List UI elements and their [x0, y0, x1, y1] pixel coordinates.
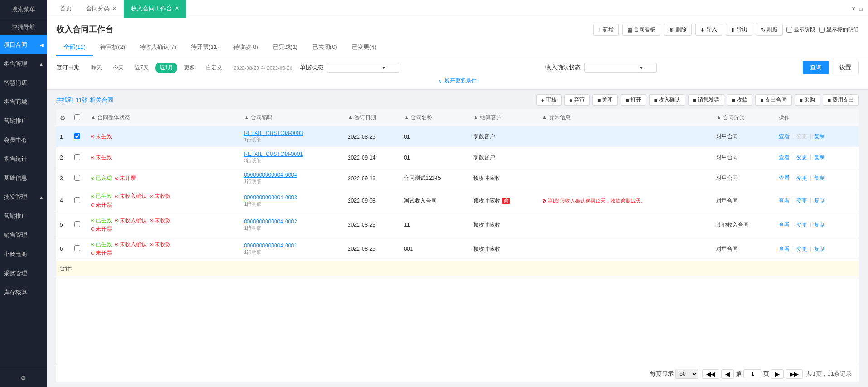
date-last7-btn[interactable]: 近7天 — [131, 63, 153, 73]
row-checkbox[interactable] — [74, 133, 80, 139]
sidebar-item-marketing2[interactable]: 营销推广 — [0, 207, 47, 226]
tab-close-income-workbench[interactable]: ✕ — [175, 5, 179, 11]
row-action-复制[interactable]: 复制 — [814, 133, 825, 140]
date-yesterday-btn[interactable]: 昨天 — [87, 63, 106, 73]
date-last1month-btn[interactable]: 近1月 — [155, 63, 178, 73]
import-button[interactable]: ⬇ 导入 — [695, 24, 722, 36]
status-tab-pending-payment[interactable]: 待收款(8) — [226, 39, 266, 56]
contract-code-link[interactable]: RETAIL_CUSTOM-0001 — [244, 151, 340, 157]
status-tab-all[interactable]: 全部(11) — [56, 39, 93, 56]
sidebar-item-ecommerce[interactable]: 小畅电商 — [0, 245, 47, 264]
query-button[interactable]: 查询 — [803, 61, 829, 74]
row-action-查看[interactable]: 查看 — [779, 154, 790, 161]
page-size-select[interactable]: 50 100 200 — [675, 369, 698, 379]
review-btn[interactable]: ● 审核 — [536, 94, 562, 106]
tab-close-contract-category[interactable]: ✕ — [112, 5, 116, 11]
delete-button[interactable]: 🗑 删除 — [664, 24, 692, 36]
close-window-btn[interactable]: ✕ — [851, 6, 856, 12]
tab-income-workbench[interactable]: 收入合同工作台 ✕ — [124, 0, 186, 18]
row-action-查看[interactable]: 查看 — [779, 197, 790, 205]
sidebar-item-purchase[interactable]: 采购管理 — [0, 264, 47, 283]
row-action-变更[interactable]: 变更 — [796, 197, 807, 205]
row-action-复制[interactable]: 复制 — [814, 221, 825, 229]
row-action-复制[interactable]: 复制 — [814, 154, 825, 161]
contract-code-link[interactable]: 0000000000004-0004 — [244, 172, 340, 178]
sidebar-item-basic-info[interactable]: 基础信息 — [0, 169, 47, 188]
next-page-btn[interactable]: ▶ — [771, 369, 784, 379]
page-number-input[interactable] — [743, 369, 761, 378]
sidebar-item-retail-mgmt[interactable]: 零售管理 ▲ — [0, 54, 47, 73]
settings-icon[interactable]: ⚙ — [60, 114, 66, 121]
dashboard-button[interactable]: ▦ 合同看板 — [622, 24, 660, 36]
contract-code-link[interactable]: RETAIL_CUSTOM-0003 — [244, 130, 340, 136]
tab-home[interactable]: 首页 — [53, 0, 79, 18]
payment-btn[interactable]: ■ 收款 — [727, 94, 752, 106]
prev-page-btn[interactable]: ◀ — [721, 369, 734, 379]
maximize-window-btn[interactable]: □ — [859, 6, 863, 12]
tab-contract-category[interactable]: 合同分类 ✕ — [79, 0, 124, 18]
col-settings[interactable]: ⚙ — [56, 109, 71, 126]
contract-code-link[interactable]: 0000000000004-0002 — [244, 218, 340, 225]
row-action-查看[interactable]: 查看 — [779, 221, 790, 229]
status-tab-pending-review[interactable]: 待审核(2) — [93, 39, 132, 56]
status-tab-pending-confirm[interactable]: 待收入确认(7) — [132, 39, 184, 56]
expense-pay-btn[interactable]: ■ 费用支出 — [823, 94, 859, 106]
add-button[interactable]: + 新增 — [593, 24, 619, 36]
contract-code-link[interactable]: 0000000000004-0003 — [244, 194, 340, 201]
row-action-复制[interactable]: 复制 — [814, 174, 825, 182]
row-checkbox[interactable] — [74, 154, 80, 160]
row-action-查看[interactable]: 查看 — [779, 245, 790, 253]
row-action-查看[interactable]: 查看 — [779, 174, 790, 182]
open-btn[interactable]: ■ 打开 — [621, 94, 646, 106]
sidebar-item-sales-mgmt[interactable]: 销售管理 — [0, 226, 47, 245]
select-all-checkbox[interactable] — [74, 114, 80, 120]
contract-code-link[interactable]: 0000000000004-0001 — [244, 242, 340, 249]
status-tab-pending-invoice[interactable]: 待开票(11) — [184, 39, 226, 56]
date-today-btn[interactable]: 今天 — [109, 63, 128, 73]
income-confirm-btn[interactable]: ■ 收入确认 — [649, 94, 685, 106]
purchase-btn[interactable]: ■ 采购 — [795, 94, 820, 106]
status-tab-changed[interactable]: 已变更(4) — [344, 39, 384, 56]
export-button[interactable]: ⬆ 导出 — [726, 24, 752, 36]
row-action-复制[interactable]: 复制 — [814, 245, 825, 253]
sidebar-item-smart-store[interactable]: 智慧门店 — [0, 73, 47, 92]
sidebar-search[interactable]: 搜索菜单 — [0, 0, 47, 19]
sidebar-item-project[interactable]: 项目合同 ◀ — [0, 35, 47, 54]
show-stages-check[interactable]: 显示阶段 — [786, 26, 815, 34]
sidebar-nav[interactable]: 快捷导航 — [0, 19, 47, 35]
sidebar-item-member[interactable]: 会员中心 — [0, 131, 47, 150]
row-category: 对甲合同 — [713, 237, 775, 261]
row-checkbox[interactable] — [74, 221, 80, 227]
status-select-box[interactable]: ▼ — [327, 63, 399, 73]
confirm-status-select[interactable]: ▼ — [584, 63, 657, 73]
row-checkbox[interactable] — [74, 175, 80, 181]
row-checkbox[interactable] — [74, 245, 80, 251]
sidebar-item-wholesale[interactable]: 批发管理 ▲ — [0, 188, 47, 207]
date-more-btn[interactable]: 更多 — [180, 63, 199, 73]
row-checkbox[interactable] — [74, 197, 80, 203]
close-contract-btn[interactable]: ■ 关闭 — [592, 94, 618, 106]
expense-out-btn[interactable]: ■ 支出合同 — [755, 94, 791, 106]
status-tab-closed[interactable]: 已关闭(0) — [305, 39, 344, 56]
sidebar-item-retail-commerce[interactable]: 零售商城 — [0, 92, 47, 111]
settings-button[interactable]: 设置 — [832, 61, 859, 74]
abandon-btn[interactable]: ● 弃审 — [564, 94, 590, 106]
row-action-查看[interactable]: 查看 — [779, 133, 790, 140]
sidebar-item-retail-stats[interactable]: 零售统计 — [0, 150, 47, 169]
last-page-btn[interactable]: ▶▶ — [786, 369, 803, 379]
first-page-btn[interactable]: ◀◀ — [702, 369, 719, 379]
row-action-变更[interactable]: 变更 — [796, 221, 807, 229]
show-labels-check[interactable]: 显示标的明细 — [819, 26, 859, 34]
row-action-变更[interactable]: 变更 — [796, 245, 807, 253]
row-action-变更[interactable]: 变更 — [796, 174, 807, 182]
row-action-复制[interactable]: 复制 — [814, 197, 825, 205]
refresh-button[interactable]: ↻ 刷新 — [756, 24, 783, 36]
date-custom-btn[interactable]: 自定义 — [202, 63, 226, 73]
sidebar-item-marketing[interactable]: 营销推广 — [0, 111, 47, 131]
sales-invoice-btn[interactable]: ■ 销售发票 — [688, 94, 724, 106]
sidebar-settings[interactable]: ⚙ — [0, 369, 47, 387]
status-tab-completed[interactable]: 已完成(1) — [266, 39, 305, 56]
expand-more-btn[interactable]: ∨ 展开更多条件 — [438, 77, 477, 85]
row-action-变更[interactable]: 变更 — [796, 154, 807, 161]
sidebar-item-inventory[interactable]: 库存核算 — [0, 283, 47, 302]
